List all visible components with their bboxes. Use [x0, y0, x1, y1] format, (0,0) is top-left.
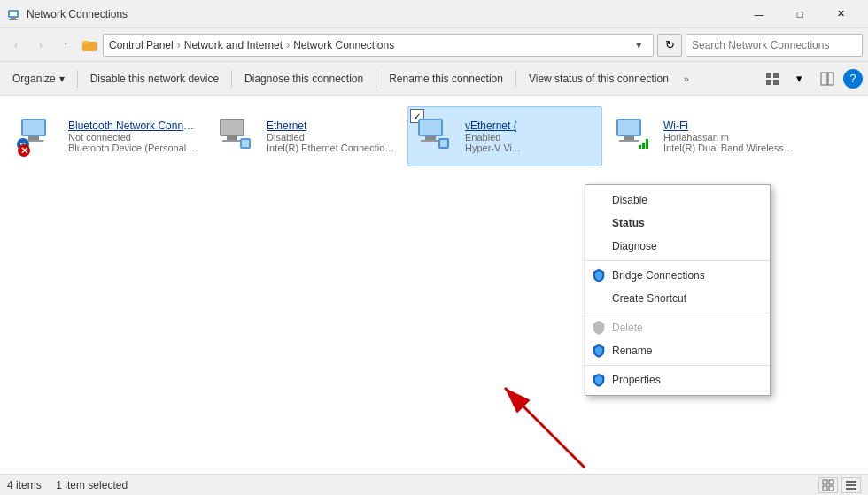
vethernet-device: Hyper-V Vi...	[465, 143, 596, 153]
toolbar-sep-1	[77, 70, 78, 88]
ctx-sep-2	[585, 313, 770, 313]
svg-rect-6	[766, 73, 771, 78]
ctx-diagnose[interactable]: Diagnose	[585, 235, 770, 258]
ctx-create-shortcut[interactable]: Create Shortcut	[585, 287, 770, 310]
search-input[interactable]	[686, 34, 863, 57]
svg-rect-13	[23, 120, 44, 135]
maximize-button[interactable]: □	[779, 0, 820, 28]
svg-text:✕: ✕	[20, 145, 28, 156]
disable-network-button[interactable]: Disable this network device	[83, 66, 226, 91]
diagnose-button[interactable]: Diagnose this connection	[237, 66, 370, 91]
network-item-bluetooth[interactable]: B ✕ Bluetooth Network Connection Not con…	[11, 106, 205, 166]
refresh-button[interactable]: ↻	[657, 34, 682, 57]
svg-rect-10	[821, 73, 827, 85]
vethernet-computer-icon	[414, 115, 451, 152]
bridge-shield-icon	[591, 267, 607, 283]
vethernet-icon-area	[414, 115, 456, 158]
view-icon	[764, 71, 780, 87]
toolbar-sep-3	[376, 70, 376, 88]
ctx-delete[interactable]: Delete	[585, 316, 770, 339]
ctx-rename[interactable]: Rename	[585, 339, 770, 362]
network-item-ethernet[interactable]: Ethernet Disabled Intel(R) Ethernet Conn…	[209, 106, 404, 166]
ctx-bridge-connections[interactable]: Bridge Connections	[585, 264, 770, 287]
svg-rect-38	[646, 139, 648, 149]
svg-rect-2	[11, 18, 16, 19]
ethernet-device: Intel(R) Ethernet Connection I...	[267, 143, 398, 153]
ethernet-name: Ethernet	[267, 120, 398, 132]
back-button[interactable]: ‹	[5, 35, 27, 56]
address-bar: ‹ › ↑ Control Panel › Network and Intern…	[0, 28, 868, 62]
network-item-wifi[interactable]: Wi-Fi Horlahassan m Intel(R) Dual Band W…	[606, 106, 801, 166]
statusbar-info: 4 items 1 item selected	[7, 479, 128, 491]
minimize-button[interactable]: —	[739, 0, 779, 28]
view-status-button[interactable]: View status of this connection	[522, 66, 676, 91]
vethernet-status: Enabled	[465, 132, 596, 143]
ctx-status[interactable]: Status	[585, 212, 770, 235]
up-button[interactable]: ↑	[55, 35, 76, 56]
bluetooth-info: Bluetooth Network Connection Not connect…	[68, 120, 199, 153]
ctx-properties-label: Properties	[612, 374, 661, 386]
svg-rect-8	[766, 80, 771, 85]
wifi-device: Intel(R) Dual Band Wireless-A...	[663, 143, 794, 153]
toolbar-more-button[interactable]: »	[678, 66, 695, 91]
svg-rect-44	[829, 486, 833, 491]
bluetooth-device: Bluetooth Device (Personal Ar...	[68, 143, 199, 153]
forward-button[interactable]: ›	[30, 35, 51, 56]
titlebar-controls: — □ ✕	[739, 0, 861, 28]
properties-shield-icon	[591, 372, 607, 388]
organize-button[interactable]: Organize ▾	[5, 66, 72, 91]
svg-rect-7	[773, 73, 779, 78]
breadcrumb-network-connections: Network Connections	[293, 39, 394, 51]
statusbar-view-details[interactable]	[841, 477, 861, 493]
vethernet-info: vEthernet ( Enabled Hyper-V Vi...	[465, 120, 596, 153]
ctx-shortcut-label: Create Shortcut	[612, 292, 686, 305]
details-view-icon	[845, 479, 857, 491]
content-area: B ✕ Bluetooth Network Connection Not con…	[0, 96, 868, 474]
svg-rect-28	[425, 136, 436, 140]
breadcrumb-network-internet: Network and Internet	[184, 39, 283, 51]
preview-pane-button[interactable]	[815, 66, 840, 91]
x-badge-icon: ✕	[17, 143, 31, 158]
toolbar: Organize ▾ Disable this network device D…	[0, 62, 868, 96]
ctx-diagnose-label: Diagnose	[612, 240, 657, 252]
ethernet-computer-icon	[215, 115, 252, 152]
ctx-disable[interactable]: Disable	[585, 189, 770, 212]
statusbar: 4 items 1 item selected	[0, 474, 868, 495]
view-toggle-button[interactable]	[760, 66, 785, 91]
help-button[interactable]: ?	[843, 69, 863, 89]
main-panel: B ✕ Bluetooth Network Connection Not con…	[0, 96, 868, 474]
toolbar-right: ▾ ?	[760, 66, 863, 91]
ctx-sep-1	[585, 260, 770, 261]
svg-rect-1	[10, 12, 17, 16]
wifi-icon-area	[612, 115, 655, 158]
ctx-sep-3	[585, 365, 770, 366]
network-item-vethernet[interactable]: ✓ vEthernet ( Enabled Hyper-V Vi...	[407, 106, 602, 166]
wifi-computer-icon	[612, 115, 649, 152]
view-dropdown-button[interactable]: ▾	[787, 66, 811, 91]
svg-rect-3	[9, 19, 18, 20]
svg-rect-47	[846, 488, 856, 490]
rename-button[interactable]: Rename this connection	[382, 66, 510, 91]
bluetooth-name: Bluetooth Network Connection	[68, 120, 199, 132]
toolbar-sep-4	[515, 70, 516, 88]
statusbar-view-grid[interactable]	[818, 477, 838, 493]
svg-rect-35	[619, 140, 639, 142]
svg-line-40	[505, 388, 585, 468]
titlebar-left: Network Connections	[7, 7, 128, 21]
breadcrumb-bar[interactable]: Control Panel › Network and Internet › N…	[103, 34, 654, 57]
svg-rect-36	[639, 145, 641, 149]
breadcrumb-dropdown-button[interactable]: ▾	[630, 35, 647, 56]
svg-rect-33	[618, 120, 639, 135]
selected-count: 1 item selected	[56, 479, 128, 491]
close-button[interactable]: ✕	[820, 0, 861, 28]
network-grid: B ✕ Bluetooth Network Connection Not con…	[11, 106, 857, 166]
svg-rect-22	[227, 136, 237, 140]
vethernet-name: vEthernet (	[465, 120, 596, 132]
svg-rect-5	[82, 41, 89, 43]
ethernet-icon-area	[215, 115, 258, 158]
ctx-properties[interactable]: Properties	[585, 368, 770, 391]
svg-rect-27	[420, 120, 441, 135]
wifi-info: Wi-Fi Horlahassan m Intel(R) Dual Band W…	[663, 120, 794, 153]
rename-shield-icon	[591, 343, 607, 359]
delete-shield-icon	[591, 320, 607, 336]
